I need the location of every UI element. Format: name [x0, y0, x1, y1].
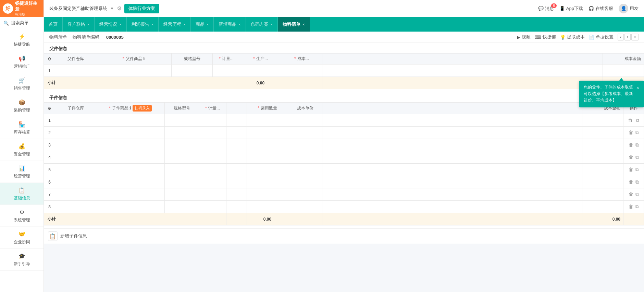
parent-row-num-1: 1 — [44, 65, 55, 77]
parent-cell-warehouse-1[interactable] — [55, 65, 96, 77]
basic-icon: 📋 — [18, 186, 26, 194]
tab-close-customers[interactable]: × — [87, 22, 89, 26]
child-cell-spec-1[interactable] — [165, 114, 199, 127]
tab-operations[interactable]: 经营情况 × — [95, 17, 126, 32]
trial-button[interactable]: 体验行业方案 — [124, 4, 159, 13]
child-row-2: 2 🗑⧉ — [44, 127, 644, 139]
copy-icon-7[interactable]: ⧉ — [635, 191, 639, 197]
sidebar-item-sales[interactable]: 🛒 销售管理 — [0, 73, 44, 95]
sidebar-item-basic[interactable]: 📋 基础信息 — [0, 183, 44, 205]
delete-icon-7[interactable]: 🗑 — [629, 191, 633, 197]
copy-icon-3[interactable]: ⧉ — [635, 142, 639, 148]
tab-close-products[interactable]: × — [207, 22, 209, 26]
delete-icon-1[interactable]: 🗑 — [628, 117, 633, 123]
child-subtotal-label: 小计 — [44, 213, 226, 225]
copy-icon-2[interactable]: ⧉ — [635, 130, 639, 135]
child-cell-ops-1: 🗑 ⧉ — [623, 114, 644, 127]
tab-close-operations[interactable]: × — [119, 22, 121, 26]
user-avatar: 👤 — [619, 4, 628, 13]
tab-products[interactable]: 商品 × — [191, 17, 214, 32]
delete-icon-8[interactable]: 🗑 — [629, 204, 633, 209]
scan-input-btn[interactable]: 扫码录入 — [133, 105, 152, 112]
sidebar-item-inventory[interactable]: 🏪 库存核算 — [0, 117, 44, 139]
prev-btn[interactable]: ‹ — [618, 34, 624, 40]
parent-subtotal-spacer — [322, 77, 603, 89]
sidebar-item-purchase[interactable]: 📦 采购管理 — [0, 95, 44, 117]
copy-icon-5[interactable]: ⧉ — [635, 167, 639, 172]
parent-col-cost: * 成本... — [281, 54, 322, 65]
child-row-5: 5 🗑⧉ — [44, 164, 644, 176]
brand-subtitle: 标准版 — [15, 12, 41, 16]
tab-close-barcode[interactable]: × — [271, 22, 273, 26]
gear-icon[interactable]: ⚙ — [117, 5, 122, 12]
parent-cell-produce-1[interactable] — [240, 65, 281, 77]
sidebar-item-finance[interactable]: 💰 资金管理 — [0, 139, 44, 161]
copy-icon-6[interactable]: ⧉ — [635, 179, 639, 185]
shortcut-action[interactable]: ⌨ 快捷键 — [535, 34, 556, 40]
extract-icon: 💡 — [560, 35, 566, 40]
logo-icon: 好 — [3, 3, 13, 14]
tab-customers[interactable]: 客户联络 × — [63, 17, 95, 32]
delete-icon-6[interactable]: 🗑 — [629, 179, 633, 185]
child-cell-unit-1[interactable] — [199, 114, 226, 127]
tab-barcode[interactable]: 条码方案 × — [246, 17, 278, 32]
parent-cell-product-1[interactable] — [96, 65, 172, 77]
online-service-item[interactable]: 🎧 在线客服 — [589, 5, 613, 12]
sidebar-item-system[interactable]: ⚙ 系统管理 — [0, 205, 44, 227]
view-action[interactable]: ▶ 视频 — [517, 34, 531, 40]
tab-home[interactable]: 首页 — [44, 17, 63, 32]
system-icon: ⚙ — [18, 208, 26, 216]
message-badge: 6 — [551, 3, 557, 8]
child-col-product: * 子件商品 ℹ 扫码录入 — [96, 103, 165, 114]
sidebar-item-marketing[interactable]: 📢 营销推广 — [0, 51, 44, 73]
bom-code-label: 物料清单编码 — [73, 34, 99, 40]
delete-icon-4[interactable]: 🗑 — [629, 154, 633, 160]
single-settings-action[interactable]: 📄 单据设置 — [589, 34, 614, 40]
delete-icon-3[interactable]: 🗑 — [629, 142, 633, 148]
child-col-gear[interactable]: ⚙ — [44, 103, 55, 114]
copy-icon-4[interactable]: ⧉ — [635, 154, 639, 160]
video-icon: ▶ — [517, 35, 520, 40]
tab-profit[interactable]: 利润报告 × — [127, 17, 159, 32]
parent-cell-spec-1[interactable] — [172, 65, 213, 77]
parent-cell-cost-amount-1[interactable] — [603, 65, 644, 77]
tooltip-close-btn[interactable]: × — [636, 84, 639, 92]
child-cell-warehouse-1[interactable] — [55, 114, 96, 127]
tab-bizhistory[interactable]: 经营历程 × — [159, 17, 190, 32]
sidebar-item-enterprise[interactable]: 🤝 企业协同 — [0, 227, 44, 249]
child-cell-unitcost-1[interactable] — [288, 114, 322, 127]
search-menu[interactable]: 🔍 搜索菜单 — [0, 17, 44, 29]
child-cell-amount-1[interactable] — [582, 114, 623, 127]
parent-cell-cost-1[interactable] — [281, 65, 322, 77]
next-btn[interactable]: › — [624, 34, 631, 40]
tab-close-bizhistory[interactable]: × — [183, 22, 185, 26]
copy-icon-8[interactable]: ⧉ — [635, 204, 639, 209]
delete-icon-5[interactable]: 🗑 — [629, 167, 633, 172]
tab-bom[interactable]: 物料清单 × — [278, 17, 310, 32]
sidebar: 好 畅捷通好生意 标准版 🔍 搜索菜单 ⚡ 快捷导航 📢 营销推广 🛒 销售管理… — [0, 0, 44, 292]
tab-newproduct[interactable]: 新增商品 × — [214, 17, 246, 32]
child-cell-product-1[interactable] — [96, 114, 165, 127]
parent-cell-unit-1[interactable] — [213, 65, 240, 77]
parent-section-title: 父件信息 — [48, 43, 69, 53]
delete-icon-2[interactable]: 🗑 — [629, 130, 633, 135]
sidebar-item-quick-nav[interactable]: ⚡ 快捷导航 — [0, 29, 44, 51]
parent-col-gear[interactable]: ⚙ — [44, 54, 55, 65]
tooltip-text: 您的父件、子件的成本取值可以选择【参考成本、最新进价、平均成本】 — [584, 85, 633, 103]
bom-code-value: 0000005 — [106, 35, 124, 40]
sidebar-item-guide[interactable]: 🎓 新手引导 — [0, 249, 44, 271]
child-cell-qty-1[interactable] — [247, 114, 288, 127]
copy-icon-1[interactable]: ⧉ — [636, 117, 639, 123]
tab-close-newproduct[interactable]: × — [238, 22, 240, 26]
app-download-item[interactable]: 📱 App下载 — [559, 5, 583, 12]
tab-close-bom[interactable]: × — [302, 22, 305, 26]
extract-cost-action[interactable]: 💡 提取成本 — [560, 34, 585, 40]
topbar: 装备及固定资产辅助管理系统 ▼ ⚙ 体验行业方案 💬 消息 6 📱 App下载 … — [44, 0, 644, 17]
message-item[interactable]: 💬 消息 6 — [538, 5, 554, 12]
add-child-icon[interactable]: 📋 — [48, 231, 58, 241]
tab-close-profit[interactable]: × — [151, 22, 153, 26]
system-dropdown-icon[interactable]: ▼ — [110, 6, 114, 11]
sidebar-item-operations[interactable]: 📊 经营管理 — [0, 161, 44, 183]
user-item[interactable]: 👤 用友 — [619, 4, 639, 13]
list-view-btn[interactable]: ≡ — [631, 34, 639, 40]
